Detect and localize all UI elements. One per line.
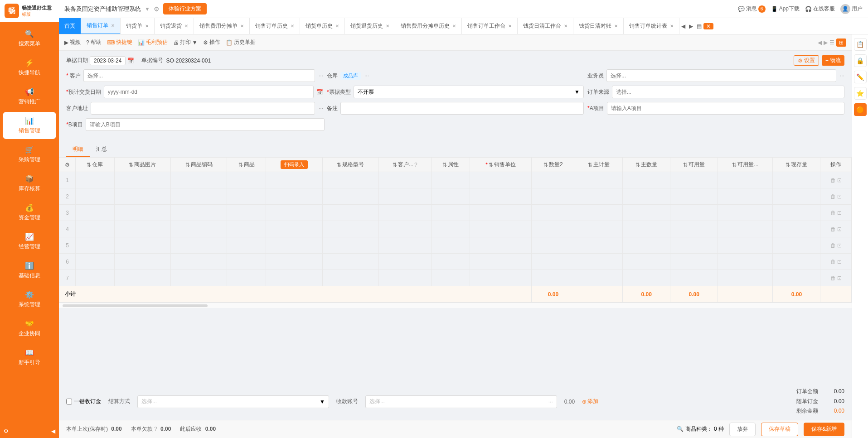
detail-tab-items[interactable]: 明细: [66, 143, 90, 157]
row-2-qty2[interactable]: [531, 188, 575, 205]
row-3-barcode[interactable]: [266, 205, 322, 221]
row-5-main-qty[interactable]: [623, 237, 670, 254]
tab-close-sales-order[interactable]: ✕: [111, 23, 115, 28]
row-4-available[interactable]: [670, 221, 718, 237]
horizontal-scrollbar[interactable]: [59, 303, 852, 308]
row-2-image[interactable]: [114, 188, 170, 205]
settings-button[interactable]: ⚙ 设置: [794, 55, 819, 66]
table-settings-icon[interactable]: ⚙: [65, 162, 70, 168]
toolbar-grid-view[interactable]: ⊞: [836, 39, 846, 47]
row-7-main-qty[interactable]: [623, 270, 670, 286]
address-more-icon[interactable]: ···: [319, 105, 323, 111]
row-2-stock[interactable]: [773, 188, 820, 205]
row-3-customer-code[interactable]: [378, 205, 431, 221]
row-2-spec[interactable]: [322, 188, 378, 205]
row-5-available2[interactable]: [718, 237, 773, 254]
a-project-input[interactable]: [607, 102, 844, 115]
sidebar-item-finance[interactable]: 💰 资金管理: [3, 199, 56, 226]
toolbar-shortcut[interactable]: ⌨ 快捷键: [107, 39, 132, 46]
th-settings[interactable]: ⚙: [59, 158, 76, 172]
row-3-main-qty[interactable]: [623, 205, 670, 221]
row-3-warehouse[interactable]: [76, 205, 115, 221]
tab-close-stats[interactable]: ✕: [670, 24, 674, 29]
sidebar-item-marketing[interactable]: 📢 营销推广: [3, 83, 56, 110]
row-2-barcode[interactable]: [266, 188, 322, 205]
row-2-delete-icon[interactable]: 🗑: [830, 193, 836, 200]
tab-close-sales-return[interactable]: ✕: [184, 24, 188, 29]
row-4-main-unit[interactable]: [575, 221, 623, 237]
sidebar-item-search[interactable]: 🔍 搜索菜单: [3, 25, 56, 52]
th-customer-code[interactable]: ⇅客户...?: [378, 158, 431, 172]
row-3-attribute[interactable]: [431, 205, 470, 221]
row-1-delete-icon[interactable]: 🗑: [830, 177, 836, 183]
row-5-image[interactable]: [114, 237, 170, 254]
row-6-qty2[interactable]: [531, 254, 575, 270]
row-5-attribute[interactable]: [431, 237, 470, 254]
tab-home[interactable]: 首页: [59, 18, 81, 34]
row-7-spec[interactable]: [322, 270, 378, 286]
row-4-attribute[interactable]: [431, 221, 470, 237]
row-2-available2[interactable]: [718, 188, 773, 205]
row-6-delete-icon[interactable]: 🗑: [830, 259, 836, 265]
tab-nav-prev[interactable]: ◀: [679, 23, 687, 29]
row-7-product[interactable]: [227, 270, 266, 286]
row-5-qty2[interactable]: [531, 237, 575, 254]
th-product-image[interactable]: ⇅商品图片: [114, 158, 170, 172]
row-4-product[interactable]: [227, 221, 266, 237]
row-7-customer-code[interactable]: [378, 270, 431, 286]
th-stock[interactable]: ⇅现存量: [773, 158, 820, 172]
row-7-main-unit[interactable]: [575, 270, 623, 286]
tab-close-sales-invoice[interactable]: ✕: [145, 24, 149, 29]
row-1-barcode[interactable]: [266, 172, 322, 188]
sidebar-item-collab[interactable]: 🤝 企业协同: [3, 315, 56, 342]
row-1-main-unit[interactable]: [575, 172, 623, 188]
toolbar-list-view[interactable]: ☰: [829, 39, 834, 46]
row-3-main-unit[interactable]: [575, 205, 623, 221]
doc-date-value[interactable]: 2023-03-24: [90, 56, 126, 65]
row-3-stock[interactable]: [773, 205, 820, 221]
row-2-main-qty[interactable]: [623, 188, 670, 205]
right-icon-special[interactable]: 🟠: [854, 103, 867, 116]
row-1-copy-icon[interactable]: ⊡: [837, 177, 842, 183]
row-4-customer-code[interactable]: [378, 221, 431, 237]
row-4-qty2[interactable]: [531, 221, 575, 237]
note-input[interactable]: [340, 102, 584, 115]
row-6-product[interactable]: [227, 254, 266, 270]
tab-expense-history[interactable]: 销售费用分摊单历史 ✕: [395, 18, 462, 34]
th-sales-unit[interactable]: *⇅销售单位: [470, 158, 531, 172]
row-7-sales-unit[interactable]: [470, 270, 531, 286]
row-6-main-qty[interactable]: [623, 254, 670, 270]
th-available2[interactable]: ⇅可用量...: [718, 158, 773, 172]
app-download[interactable]: 📱 App下载: [771, 5, 800, 13]
toolbar-profit[interactable]: 📊 毛利预估: [138, 39, 168, 46]
th-main-unit[interactable]: ⇅主计量: [575, 158, 623, 172]
row-2-warehouse[interactable]: [76, 188, 115, 205]
row-2-available[interactable]: [670, 188, 718, 205]
row-4-warehouse[interactable]: [76, 221, 115, 237]
row-4-spec[interactable]: [322, 221, 378, 237]
row-1-sales-unit[interactable]: [470, 172, 531, 188]
sidebar-item-quick[interactable]: ⚡ 快捷导航: [3, 54, 56, 81]
invoice-select[interactable]: 不开票 ▼: [354, 86, 584, 98]
row-2-main-unit[interactable]: [575, 188, 623, 205]
row-4-main-qty[interactable]: [623, 221, 670, 237]
row-6-main-unit[interactable]: [575, 254, 623, 270]
th-main-qty[interactable]: ⇅主数量: [623, 158, 670, 172]
calendar-icon[interactable]: 📅: [127, 58, 134, 64]
save-draft-button[interactable]: 保存草稿: [761, 423, 798, 436]
toolbar-help[interactable]: ? 帮助: [86, 39, 102, 46]
row-3-copy-icon[interactable]: ⊡: [837, 210, 842, 216]
row-2-attribute[interactable]: [431, 188, 470, 205]
detail-tab-summary[interactable]: 汇总: [90, 143, 113, 157]
tab-workbench[interactable]: 销售订单工作台 ✕: [462, 18, 518, 34]
quick-pay-checkbox[interactable]: [66, 399, 72, 404]
row-7-code[interactable]: [171, 270, 227, 286]
save-new-button[interactable]: 保存&新增: [804, 423, 844, 436]
row-1-available2[interactable]: [718, 172, 773, 188]
right-icon-edit[interactable]: ✏️: [854, 71, 867, 83]
settings-icon[interactable]: ⚙: [154, 5, 160, 13]
add-account-button[interactable]: ⊕ 添加: [582, 398, 598, 405]
tab-sales-invoice[interactable]: 销货单 ✕: [121, 18, 155, 34]
row-6-customer-code[interactable]: [378, 254, 431, 270]
row-4-copy-icon[interactable]: ⊡: [837, 226, 842, 232]
